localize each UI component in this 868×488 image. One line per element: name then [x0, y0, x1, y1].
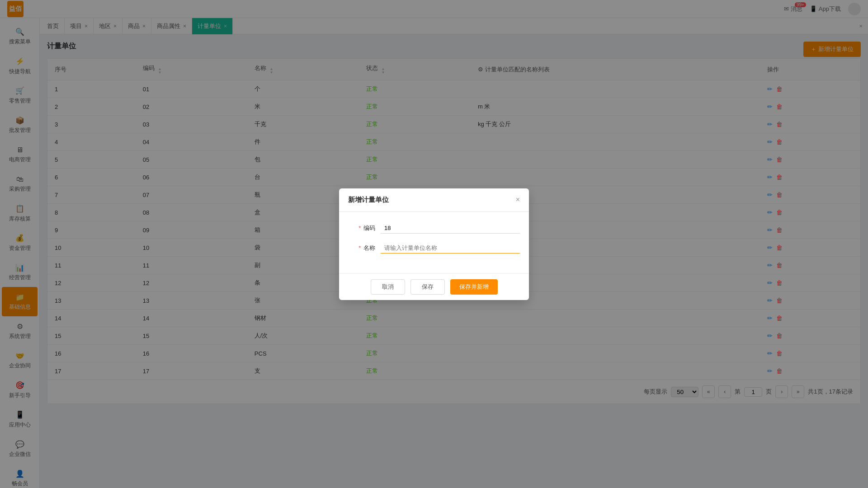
name-label: * 名称: [348, 244, 375, 252]
cancel-button[interactable]: 取消: [371, 279, 405, 295]
form-row-name: * 名称: [348, 243, 520, 253]
code-input[interactable]: [381, 223, 520, 234]
required-star: *: [359, 225, 361, 231]
add-measure-modal: 新增计量单位 × * 编码 * 名称 取消 保存 保存并新增: [339, 188, 529, 300]
required-star-2: *: [359, 244, 361, 251]
modal-footer: 取消 保存 保存并新增: [339, 273, 529, 300]
form-row-code: * 编码: [348, 223, 520, 234]
save-button[interactable]: 保存: [410, 279, 445, 295]
modal-close-btn[interactable]: ×: [516, 196, 520, 204]
modal-title: 新增计量单位: [348, 196, 389, 204]
modal-header: 新增计量单位 ×: [339, 188, 529, 212]
code-label: * 编码: [348, 224, 375, 232]
name-input[interactable]: [381, 243, 520, 253]
modal-body: * 编码 * 名称: [339, 212, 529, 273]
save-and-new-button[interactable]: 保存并新增: [450, 279, 498, 295]
modal-overlay[interactable]: 新增计量单位 × * 编码 * 名称 取消 保存 保存并新增: [0, 0, 868, 488]
